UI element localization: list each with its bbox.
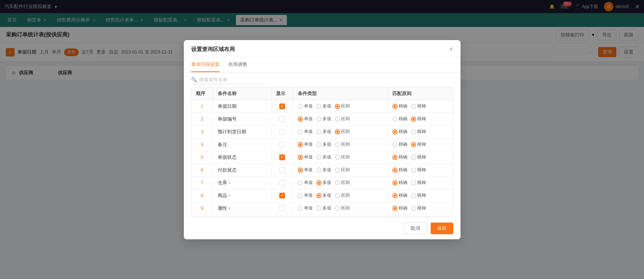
- radio-single-2[interactable]: 单值: [298, 116, 313, 122]
- radio-single-3[interactable]: 单值: [298, 129, 313, 135]
- radio-range-7[interactable]: 区间: [335, 180, 350, 186]
- cell-display-5[interactable]: [272, 152, 293, 163]
- config-table-body: 1 单据日期 单值 多值: [191, 100, 453, 208]
- table-row: 4 备注 单值 多值: [191, 138, 453, 151]
- dropdown-chevron-8[interactable]: ∨: [228, 193, 231, 197]
- dialog-close-button[interactable]: ×: [449, 46, 453, 52]
- checkbox-display-8[interactable]: [279, 193, 285, 199]
- radio-exact-6[interactable]: 精确: [392, 167, 407, 173]
- radio-range-4[interactable]: 区间: [335, 141, 350, 148]
- radio-multi-circle-4: [316, 142, 321, 147]
- radio-multi-2[interactable]: 多值: [316, 116, 331, 122]
- radio-exact-4[interactable]: 精确: [392, 141, 407, 148]
- radio-fuzzy-2[interactable]: 模糊: [411, 116, 426, 122]
- tab-field-settings[interactable]: 查询字段设置: [191, 58, 220, 72]
- checkbox-display-6[interactable]: [279, 167, 285, 173]
- radio-multi-9[interactable]: 多值: [316, 205, 331, 207]
- checkbox-display-1[interactable]: [279, 103, 285, 109]
- radio-multi-6[interactable]: 多值: [316, 167, 331, 173]
- radio-range-6[interactable]: 区间: [335, 167, 350, 173]
- cell-match-1: 精确 模糊: [388, 100, 453, 112]
- cell-display-2[interactable]: [272, 113, 293, 125]
- radio-multi-1[interactable]: 多值: [316, 103, 331, 109]
- radio-single-4[interactable]: 单值: [298, 141, 313, 148]
- radio-single-circle-2: [298, 117, 303, 122]
- cell-display-4[interactable]: [272, 139, 293, 150]
- cell-name-4: 备注: [213, 138, 272, 151]
- radio-single-circle-9: [298, 206, 303, 208]
- radio-single-7[interactable]: 单值: [298, 180, 313, 186]
- radio-fuzzy-3[interactable]: 模糊: [411, 129, 426, 135]
- radio-multi-circle-2: [316, 117, 321, 122]
- dropdown-chevron-9[interactable]: ∨: [228, 206, 231, 207]
- radio-range-2[interactable]: 区间: [335, 116, 350, 122]
- search-input[interactable]: [199, 77, 264, 82]
- cell-type-5: 单值 多值 区间: [293, 151, 388, 163]
- radio-single-9[interactable]: 单值: [298, 205, 313, 207]
- radio-fuzzy-9[interactable]: 模糊: [411, 205, 426, 207]
- cell-order-4: 4: [191, 139, 213, 150]
- radio-fuzzy-circle-3: [411, 129, 416, 134]
- radio-exact-1[interactable]: 精确: [392, 103, 407, 109]
- radio-exact-circle-6: [392, 168, 398, 173]
- cell-type-2: 单值 多值 区间: [293, 113, 388, 125]
- checkbox-display-9[interactable]: [279, 205, 285, 208]
- radio-single-8[interactable]: 单值: [298, 192, 313, 199]
- radio-range-5[interactable]: 区间: [335, 154, 350, 160]
- dialog-overlay[interactable]: 设置查询区域布局 × 查询字段设置 布局调整 🔍 顺序 条件名称 显示: [0, 0, 644, 207]
- table-row: 9 属性 ∨ 单值 多值: [191, 202, 453, 208]
- radio-group-type-6: 单值 多值 区间: [298, 167, 350, 173]
- radio-exact-8[interactable]: 精确: [392, 192, 407, 199]
- radio-single-5[interactable]: 单值: [298, 154, 313, 160]
- radio-single-circle-3: [298, 129, 303, 134]
- checkbox-display-5[interactable]: [279, 154, 285, 160]
- radio-multi-3[interactable]: 多值: [316, 129, 331, 135]
- radio-fuzzy-6[interactable]: 模糊: [411, 167, 426, 173]
- table-row: 3 预计到货日期 单值 多值: [191, 126, 453, 138]
- radio-multi-5[interactable]: 多值: [316, 154, 331, 160]
- radio-exact-circle-8: [392, 193, 398, 198]
- radio-exact-2[interactable]: 精确: [392, 116, 407, 122]
- radio-range-3[interactable]: 区间: [335, 129, 350, 135]
- radio-multi-7[interactable]: 多值: [316, 180, 331, 186]
- radio-fuzzy-5[interactable]: 模糊: [411, 154, 426, 160]
- cell-type-8: 单值 多值 区间: [293, 189, 388, 201]
- radio-exact-3[interactable]: 精确: [392, 129, 407, 135]
- dropdown-chevron-7[interactable]: ∨: [228, 181, 231, 185]
- radio-single-circle-6: [298, 168, 303, 173]
- radio-range-9[interactable]: 区间: [335, 205, 350, 207]
- radio-multi-4[interactable]: 多值: [316, 141, 331, 148]
- cell-order-1: 1: [191, 101, 213, 112]
- radio-fuzzy-1[interactable]: 模糊: [411, 103, 426, 109]
- tab-layout-adjust[interactable]: 布局调整: [228, 58, 247, 72]
- checkbox-display-3[interactable]: [279, 129, 285, 135]
- radio-exact-5[interactable]: 精确: [392, 154, 407, 160]
- cell-type-9: 单值 多值 区间: [293, 202, 388, 207]
- cell-display-9[interactable]: [272, 203, 293, 208]
- radio-fuzzy-4[interactable]: 模糊: [411, 141, 426, 148]
- radio-fuzzy-8[interactable]: 模糊: [411, 192, 426, 199]
- cell-display-3[interactable]: [272, 126, 293, 138]
- radio-fuzzy-circle-9: [411, 206, 416, 208]
- radio-group-match-8: 精确 模糊: [392, 192, 426, 199]
- radio-range-1[interactable]: 区间: [335, 103, 350, 109]
- radio-exact-9[interactable]: 精确: [392, 205, 407, 207]
- checkbox-display-4[interactable]: [279, 142, 285, 148]
- checkbox-display-2[interactable]: [279, 116, 285, 122]
- table-row: 2 单据编号 单值 多值: [191, 113, 453, 126]
- cell-display-7[interactable]: [272, 177, 293, 189]
- checkbox-display-7[interactable]: [279, 180, 285, 186]
- dialog-search-area: 🔍: [184, 72, 461, 87]
- cell-display-8[interactable]: [272, 190, 293, 201]
- radio-single-circle-1: [298, 104, 303, 109]
- radio-multi-8[interactable]: 多值: [316, 192, 331, 199]
- radio-single-1[interactable]: 单值: [298, 103, 313, 109]
- radio-multi-circle-7: [316, 180, 321, 185]
- radio-exact-7[interactable]: 精确: [392, 180, 407, 186]
- cell-display-6[interactable]: [272, 164, 293, 176]
- cell-display-1[interactable]: [272, 101, 293, 112]
- radio-range-8[interactable]: 区间: [335, 192, 350, 199]
- radio-group-match-7: 精确 模糊: [392, 180, 426, 186]
- radio-fuzzy-7[interactable]: 模糊: [411, 180, 426, 186]
- radio-single-6[interactable]: 单值: [298, 167, 313, 173]
